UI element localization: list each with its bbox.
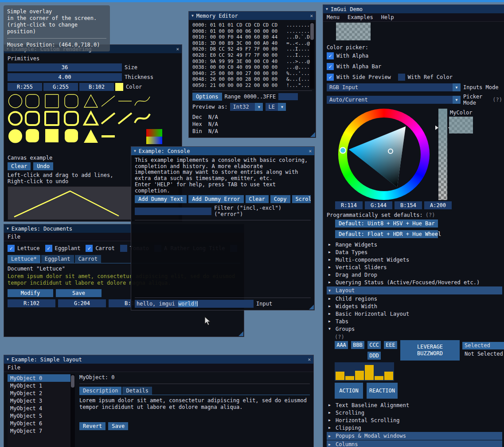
with-alpha-bar-checkbox[interactable]: ✓ With Alpha Bar (327, 61, 502, 72)
close-icon[interactable]: ✕ (176, 46, 179, 52)
detail-tab[interactable]: Description (79, 387, 121, 395)
list-item[interactable]: MyObject 0 (8, 374, 70, 382)
alpha-bar[interactable] (438, 109, 447, 200)
document-tab[interactable]: Eggplant (41, 255, 74, 263)
scrollbar-thumb[interactable] (71, 375, 74, 388)
resize-grip[interactable] (238, 331, 243, 336)
tree-node[interactable]: ▶ Text Baseline Alignment (327, 401, 502, 409)
tree-node[interactable]: ▶ Querying Status (Active/Focused/Hovere… (327, 278, 502, 286)
checkbox-icon[interactable] (120, 245, 127, 252)
list-item[interactable]: MyObject 2 (8, 389, 70, 397)
hex-line[interactable]: 0020: D8 CC 92 49 F7 7F 00 00 ...I.... (192, 46, 310, 52)
size-slider[interactable]: 36 (8, 63, 122, 71)
with-side-preview-checkbox[interactable]: ✓ With Side Preview (327, 74, 391, 81)
resize-grip[interactable] (310, 132, 315, 137)
revert-button[interactable]: Revert (79, 422, 105, 430)
tree-node[interactable]: ▶ Tabs (327, 318, 502, 325)
collapse-icon[interactable]: ▼ (191, 14, 194, 18)
tree-node[interactable]: ▶ Horizontal Scrolling (327, 416, 502, 424)
menu-file[interactable]: File (8, 234, 20, 240)
reaction-button[interactable]: REACTION (367, 383, 398, 399)
detail-tab[interactable]: Details (122, 387, 152, 395)
document-checkbox[interactable]: ✓ Lettuce (8, 245, 40, 252)
hex-line[interactable]: 0008: 01 00 00 00 06 00 00 00 ........ (192, 28, 310, 35)
tree-node[interactable]: ▶ Multi-component Widgets (327, 256, 502, 263)
hex-line[interactable]: 0048: 26 00 00 00 28 00 00 00 &...(... (192, 76, 310, 82)
tree-node[interactable]: ▶ Clipping (327, 424, 502, 431)
help-marker[interactable]: (?) (335, 334, 502, 340)
preview-type-combo[interactable]: Int32 ▼ (230, 103, 263, 111)
color-component-drag[interactable]: B:154 (395, 201, 422, 209)
object-list[interactable]: MyObject 0MyObject 1MyObject 2MyObject 3… (8, 374, 70, 447)
help-marker[interactable]: (?) (492, 97, 502, 103)
collapse-icon[interactable]: ▼ (7, 357, 9, 361)
undo-button[interactable]: Undo (33, 162, 53, 170)
action-button[interactable]: ACTION (335, 383, 363, 399)
hex-line[interactable]: 0010: 00 00 F0 44 00 60 80 44 ...D.`.D (192, 34, 310, 40)
checkbox-icon[interactable]: ✓ (327, 74, 334, 81)
color-swatch[interactable] (115, 83, 123, 91)
hex-line[interactable]: 0040: 25 00 00 00 27 00 00 00 %...'... (192, 71, 310, 77)
green-drag[interactable]: G:255 (43, 83, 78, 91)
red-drag[interactable]: R:102 (8, 299, 55, 307)
tree-node[interactable]: ▶ Vertical Sliders (327, 263, 502, 271)
checkbox-icon[interactable] (398, 74, 405, 81)
color-button-swatch[interactable] (336, 23, 371, 40)
hex-dump[interactable]: 0000: 01 01 01 CD CD CD CD CD ........00… (192, 22, 310, 89)
document-tab[interactable]: Carrot (75, 255, 101, 263)
titlebar-console[interactable]: ▼ Example: Console ✕ (131, 147, 314, 155)
tree-node[interactable]: ▶ Popups & Modal windows (327, 432, 502, 440)
leverage-buzzword-button[interactable]: LEVERAGE BUZZWORD (400, 340, 460, 361)
tree-node[interactable]: ▶ Scrolling (327, 409, 502, 416)
titlebar-simple-layout[interactable]: ▼ Example: Simple layout ✕ (4, 355, 313, 364)
ddd-button[interactable]: DDD (367, 352, 381, 360)
aaa-button[interactable]: AAA (335, 341, 348, 349)
list-item[interactable]: MyObject 3 (8, 397, 70, 404)
menu-item[interactable]: Menu (327, 14, 340, 20)
hex-line[interactable]: 0000: 01 01 01 CD CD CD CD CD ........ (192, 22, 310, 28)
not-selected-selectable[interactable]: Not Selected (462, 350, 504, 358)
with-alpha-checkbox[interactable]: ✓ With Alpha (327, 51, 502, 61)
list-item[interactable]: MyObject 5 (8, 412, 70, 420)
checkbox-icon[interactable]: ✓ (45, 245, 52, 252)
color-component-drag[interactable]: A:200 (424, 201, 452, 209)
color-picker-widget[interactable]: MyColor (327, 109, 502, 200)
bbb-button[interactable]: BBB (351, 341, 364, 349)
save-button[interactable]: Save (108, 422, 128, 430)
console-action-button[interactable]: Add Dummy Error (188, 195, 243, 203)
titlebar-memory-editor[interactable]: ▼ Memory Editor ✕ (189, 12, 316, 20)
chevron-down-icon[interactable]: ▼ (255, 103, 263, 111)
goto-address-input[interactable] (278, 93, 298, 100)
picker-mode-combo[interactable]: Auto/Current ▼ (327, 96, 461, 104)
close-icon[interactable]: ✕ (308, 357, 311, 362)
console-input[interactable]: hello, imgui world! (135, 300, 254, 308)
collapse-icon[interactable]: ▼ (7, 227, 9, 231)
hex-line[interactable]: 0028: E0 CC 92 49 F7 7F 00 00 ...I.... (192, 52, 310, 59)
collapse-icon[interactable]: ▼ (326, 7, 328, 11)
console-action-button[interactable]: Copy (270, 195, 290, 203)
blue-drag[interactable]: B:102 (79, 83, 114, 91)
checkbox-icon[interactable]: ✓ (327, 52, 334, 59)
hex-line[interactable]: 0038: 00 00 C0 40 09 00 00 00 ...@.... (192, 64, 310, 71)
resize-grip[interactable] (309, 305, 314, 310)
sv-triangle[interactable] (338, 109, 430, 200)
tree-node[interactable]: ▶ Data Types (327, 248, 502, 256)
tree-node[interactable]: ▶ Drag and Drop (327, 271, 502, 278)
document-checkbox[interactable]: ✓ Carrot (86, 245, 114, 252)
eee-button[interactable]: EEE (384, 341, 397, 349)
default-hsv-button[interactable]: Default: Uint8 + HSV + Hue Bar (335, 220, 438, 227)
options-button[interactable]: Options (192, 93, 222, 101)
close-icon[interactable]: ✕ (310, 13, 313, 19)
console-action-button[interactable]: Scroll to b (292, 195, 311, 203)
tree-node[interactable]: ▶ Widgets Width (327, 302, 502, 310)
ccc-button[interactable]: CCC (367, 341, 381, 349)
list-item[interactable]: MyObject 7 (8, 427, 70, 435)
color-component-drag[interactable]: R:114 (335, 201, 363, 209)
inputs-mode-combo[interactable]: RGB Input ▼ (327, 83, 461, 91)
menu-item[interactable]: Examples (348, 14, 373, 20)
document-checkbox[interactable]: ✓ Eggplant (45, 245, 81, 252)
filter-input[interactable] (135, 208, 211, 215)
document-tab[interactable]: Lettuce* (8, 255, 40, 263)
hex-line[interactable]: 0050: 21 00 00 00 22 00 00 00 !..."... (192, 82, 310, 89)
endianness-combo[interactable]: LE ▼ (266, 103, 286, 111)
